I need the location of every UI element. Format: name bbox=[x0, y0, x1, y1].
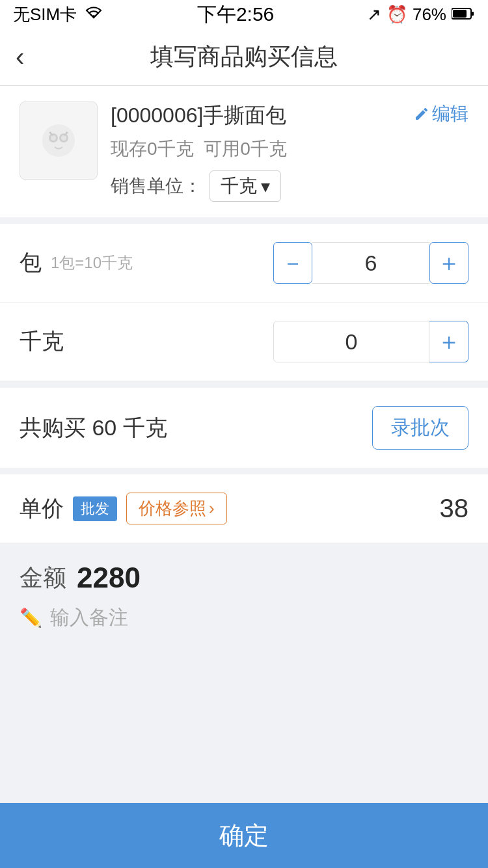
svg-point-3 bbox=[42, 124, 75, 157]
pack-label: 包 1包=10千克 bbox=[20, 248, 133, 278]
total-text: 共购买 60 千克 bbox=[20, 413, 167, 443]
price-label-area: 单价 批发 价格参照 › bbox=[20, 493, 227, 524]
amount-row: 金额 2280 bbox=[20, 562, 468, 594]
batch-button[interactable]: 录批次 bbox=[372, 406, 468, 450]
price-row: 单价 批发 价格参照 › 38 bbox=[20, 493, 468, 524]
chevron-right-icon: › bbox=[209, 498, 215, 519]
location-icon: ↗ bbox=[367, 5, 381, 25]
amount-value: 2280 bbox=[77, 562, 141, 594]
product-name: [0000006]手撕面包 bbox=[111, 102, 286, 130]
pack-minus-button[interactable]: － bbox=[273, 242, 312, 284]
kg-input[interactable] bbox=[273, 321, 429, 362]
price-label: 单价 bbox=[20, 494, 64, 524]
product-unit-row: 销售单位： 千克 ▾ bbox=[111, 170, 468, 202]
edit-button[interactable]: 编辑 bbox=[414, 102, 468, 126]
alarm-icon: ⏰ bbox=[386, 5, 407, 25]
carrier-text: 无SIM卡 bbox=[13, 3, 77, 26]
chevron-down-icon: ▾ bbox=[261, 176, 270, 197]
pack-input-row: 包 1包=10千克 － ＋ bbox=[0, 224, 488, 303]
product-info: [0000006]手撕面包 编辑 现存0千克 可用0千克 销售单位： 千克 ▾ bbox=[111, 102, 468, 202]
status-bar: 无SIM卡 下午2:56 ↗ ⏰ 76% bbox=[0, 0, 488, 29]
status-right: ↗ ⏰ 76% bbox=[367, 5, 475, 25]
remark-placeholder: 输入备注 bbox=[50, 604, 128, 631]
price-type-badge: 批发 bbox=[73, 496, 117, 521]
unit-label: 销售单位： bbox=[111, 174, 202, 198]
total-row: 共购买 60 千克 录批次 bbox=[0, 381, 488, 474]
status-left: 无SIM卡 bbox=[13, 3, 104, 26]
svg-rect-2 bbox=[453, 10, 467, 18]
total-amount: 60 bbox=[92, 415, 116, 440]
remark-icon: ✏️ bbox=[20, 607, 42, 629]
pack-plus-button[interactable]: ＋ bbox=[429, 242, 468, 284]
confirm-button[interactable]: 确定 bbox=[219, 819, 269, 852]
unit-select[interactable]: 千克 ▾ bbox=[210, 170, 281, 202]
pack-input[interactable] bbox=[312, 242, 429, 284]
price-reference-button[interactable]: 价格参照 › bbox=[126, 493, 227, 524]
battery-text: 76% bbox=[413, 5, 446, 25]
back-button[interactable]: ‹ bbox=[16, 42, 24, 72]
kg-stepper: ＋ bbox=[273, 321, 468, 362]
kg-plus-button[interactable]: ＋ bbox=[429, 321, 468, 362]
price-value: 38 bbox=[440, 494, 469, 523]
pack-stepper: － ＋ bbox=[273, 242, 468, 284]
edit-label: 编辑 bbox=[432, 102, 468, 126]
kg-label: 千克 bbox=[20, 327, 64, 357]
svg-point-7 bbox=[61, 135, 66, 141]
product-stock: 现存0千克 可用0千克 bbox=[111, 137, 468, 161]
pack-hint: 1包=10千克 bbox=[51, 252, 133, 273]
nav-bar: ‹ 填写商品购买信息 bbox=[0, 29, 488, 86]
kg-input-row: 千克 ＋ bbox=[0, 303, 488, 381]
product-image bbox=[20, 102, 98, 180]
price-section: 单价 批发 价格参照 › 38 bbox=[0, 474, 488, 543]
status-time: 下午2:56 bbox=[197, 1, 274, 28]
page-title: 填写商品购买信息 bbox=[150, 41, 338, 73]
confirm-bar[interactable]: 确定 bbox=[0, 803, 488, 868]
battery-icon bbox=[452, 5, 475, 25]
remark-row[interactable]: ✏️ 输入备注 bbox=[20, 604, 468, 631]
wifi-icon bbox=[83, 5, 104, 25]
amount-label: 金额 bbox=[20, 562, 66, 594]
svg-rect-1 bbox=[471, 12, 474, 16]
svg-point-6 bbox=[51, 135, 56, 141]
product-card: [0000006]手撕面包 编辑 现存0千克 可用0千克 销售单位： 千克 ▾ bbox=[0, 86, 488, 224]
amount-section: 金额 2280 ✏️ 输入备注 bbox=[0, 543, 488, 644]
